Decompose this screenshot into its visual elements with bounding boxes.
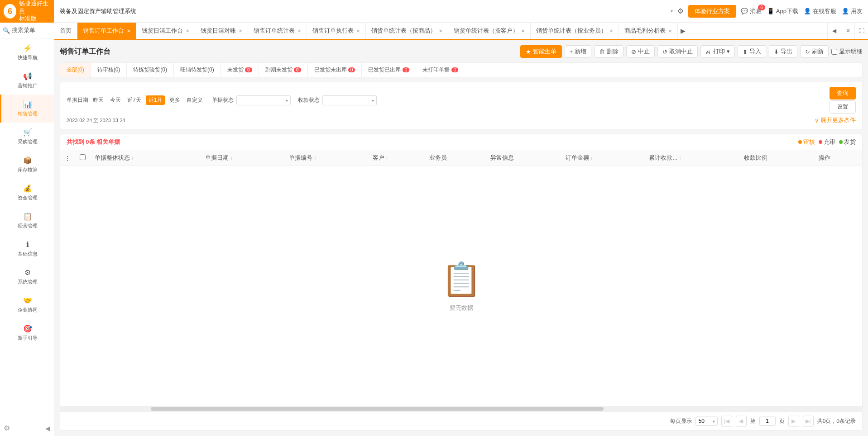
sidebar-item-purchase[interactable]: 🛒 采购管理 <box>0 123 54 151</box>
sidebar-item-marketing[interactable]: 📢 营销推广 <box>0 66 54 95</box>
purchase-icon: 🛒 <box>23 128 32 137</box>
tab-sales-stats[interactable]: 销售订单统计表 ✕ <box>248 23 307 39</box>
sidebar-item-base[interactable]: ℹ 基础信息 <box>0 235 54 263</box>
sort-customer-icon[interactable]: ↕ <box>386 156 388 161</box>
show-details-checkbox-label[interactable]: 显示明细 <box>831 47 863 56</box>
table-area: 共找到 0条 相关单据 审核 充审 发货 <box>60 134 863 431</box>
date-btn-custom[interactable]: 自定义 <box>185 95 205 105</box>
tab-close-gross-profit[interactable]: ✕ <box>668 28 672 33</box>
collapse-icon[interactable]: ◀ <box>45 425 50 432</box>
refresh-button[interactable]: ↻ 刷新 <box>800 45 829 58</box>
sidebar-item-sales[interactable]: 📊 销售管理 <box>0 95 54 123</box>
tab-sales-order-workbench[interactable]: 销售订单工作台 ✕ <box>77 23 136 39</box>
ship-action-btn[interactable]: 发货 <box>839 138 856 146</box>
date-filter: 单据日期 昨天 今天 近7天 近1月 更多 自定义 <box>67 95 205 105</box>
show-details-checkbox[interactable] <box>831 49 837 55</box>
tab-close-sales-order[interactable]: ✕ <box>127 28 130 33</box>
system-dropdown-arrow[interactable]: ▾ <box>671 9 673 14</box>
sub-tab-unprinted[interactable]: 未打印单据 0 <box>416 63 465 77</box>
sidebar-item-search[interactable]: 🔍 搜索菜单 <box>0 23 54 38</box>
sidebar-item-finance[interactable]: 💰 资金管理 <box>0 179 54 207</box>
sort-date-icon[interactable]: ↕ <box>230 156 233 161</box>
scroll-bar[interactable] <box>60 406 862 412</box>
scroll-thumb[interactable] <box>151 407 604 411</box>
sub-tab-pending-inspect[interactable]: 待拣货验货(0) <box>127 63 174 77</box>
sort-number-icon[interactable]: ↕ <box>314 156 316 161</box>
tab-close-sales-staff[interactable]: ✕ <box>609 28 613 33</box>
user-menu[interactable]: 👤 用友 <box>842 7 863 15</box>
tab-home[interactable]: 首页 <box>54 23 77 39</box>
filter-area: 单据日期 昨天 今天 近7天 近1月 更多 自定义 单据状态 <box>60 82 863 129</box>
tab-sales-goods[interactable]: 销货单统计表（按商品） ✕ <box>366 23 448 39</box>
sidebar-item-quick[interactable]: ⚡ 快捷导航 <box>0 38 54 66</box>
cancel-stop-button[interactable]: ↺ 取消中止 <box>657 45 698 58</box>
sub-tab-pending-review[interactable]: 待审核(0) <box>91 63 127 77</box>
header-settings-icon[interactable]: ⚙ <box>677 7 684 15</box>
page-number-input[interactable] <box>759 417 776 426</box>
status-select[interactable] <box>236 95 291 105</box>
tab-close-cash-reconcile[interactable]: ✕ <box>239 28 242 33</box>
tab-cash-reconcile[interactable]: 钱货日清对账 ✕ <box>195 23 248 39</box>
page-first-btn[interactable]: |◀ <box>721 416 732 427</box>
revoke-review-action-btn[interactable]: 充审 <box>819 138 835 146</box>
sidebar-item-guide[interactable]: 🎯 新手引导 <box>0 319 54 347</box>
sidebar-item-operation[interactable]: 📋 经营管理 <box>0 207 54 235</box>
tab-bar: 首页 销售订单工作台 ✕ 钱货日清工作台 ✕ 钱货日清对账 ✕ 销售订单统计表 … <box>54 23 868 40</box>
page-size-select[interactable]: 10 20 50 100 <box>695 417 718 426</box>
tab-close-sales-customer[interactable]: ✕ <box>521 28 525 33</box>
app-download-button[interactable]: 📱 App下载 <box>767 7 798 15</box>
tab-cash-daily[interactable]: 钱货日清工作台 ✕ <box>136 23 195 39</box>
sort-status-icon[interactable]: ↕ <box>131 156 134 161</box>
online-service-button[interactable]: 👤 在线客服 <box>804 7 836 15</box>
tab-scroll-right[interactable]: ▶ <box>678 27 688 34</box>
tab-close-all-btn[interactable]: ✕ <box>841 23 854 39</box>
date-btn-yesterday[interactable]: 昨天 <box>91 95 106 105</box>
page-last-btn[interactable]: ▶| <box>803 416 814 427</box>
date-quick-buttons: 昨天 今天 近7天 近1月 更多 自定义 <box>91 95 205 105</box>
tab-sales-exec[interactable]: 销售订单执行表 ✕ <box>307 23 366 39</box>
tab-close-sales-goods[interactable]: ✕ <box>439 28 442 33</box>
export-button[interactable]: ⬇ 导出 <box>769 45 797 58</box>
sub-tab-shop-pending[interactable]: 旺铺待发货(0) <box>174 63 221 77</box>
settings-bottom-icon[interactable]: ⚙ <box>4 424 10 432</box>
page-prev-btn[interactable]: ◀ <box>736 416 747 427</box>
query-button[interactable]: 查询 <box>830 87 856 100</box>
tab-sales-staff[interactable]: 销货单统计表（按业务员） ✕ <box>531 23 619 39</box>
date-btn-1month[interactable]: 近1月 <box>146 95 165 105</box>
select-all-checkbox[interactable] <box>80 154 86 160</box>
add-button[interactable]: + 新增 <box>565 45 592 58</box>
tab-close-sales-stats[interactable]: ✕ <box>297 28 301 33</box>
sub-tab-not-shipped[interactable]: 未发货 0 <box>221 63 259 77</box>
sub-tab-shipped-not-out[interactable]: 已发货未出库 0 <box>308 63 362 77</box>
sidebar-item-system[interactable]: ⚙ 系统管理 <box>0 263 54 291</box>
sub-tab-shipped-out[interactable]: 已发货已出库 0 <box>362 63 416 77</box>
delete-button[interactable]: 🗑 删除 <box>594 45 623 58</box>
date-btn-7days[interactable]: 近7天 <box>125 95 143 105</box>
sort-amount-icon[interactable]: ↕ <box>590 156 593 161</box>
tab-gross-profit[interactable]: 商品毛利分析表 ✕ <box>619 23 678 39</box>
tab-close-cash-daily[interactable]: ✕ <box>186 28 189 33</box>
message-button[interactable]: 💬 消息 6 <box>741 7 762 15</box>
date-btn-today[interactable]: 今天 <box>108 95 123 105</box>
tab-prev-btn[interactable]: ◀ <box>827 23 841 39</box>
solution-button[interactable]: 体验行业方案 <box>688 5 736 18</box>
import-button[interactable]: ⬆ 导入 <box>738 45 766 58</box>
review-action-btn[interactable]: 审核 <box>798 138 815 146</box>
page-next-btn[interactable]: ▶ <box>788 416 799 427</box>
set-button[interactable]: 设置 <box>830 100 856 114</box>
sub-tab-expired-ship[interactable]: 到期未发货 0 <box>259 63 308 77</box>
stop-button[interactable]: ⊘ 中止 <box>626 45 655 58</box>
tab-fullscreen-btn[interactable]: ⛶ <box>854 23 868 39</box>
sub-tab-all[interactable]: 全部(0) <box>60 63 91 77</box>
print-button[interactable]: 🖨 打印 ▾ <box>700 45 735 58</box>
tab-sales-customer[interactable]: 销货单统计表（按客户） ✕ <box>448 23 531 39</box>
drag-icon: ⋮ <box>65 155 71 161</box>
date-btn-more[interactable]: 更多 <box>168 95 182 105</box>
sort-cumulative-icon[interactable]: ↕ <box>679 156 681 161</box>
expand-filter-button[interactable]: ∨ 展开更多条件 <box>815 116 856 124</box>
receipt-select[interactable] <box>322 95 377 105</box>
smart-create-button[interactable]: ★ 智能生单 <box>520 45 562 58</box>
sidebar-item-inventory[interactable]: 📦 库存核算 <box>0 151 54 179</box>
tab-close-sales-exec[interactable]: ✕ <box>356 28 360 33</box>
sidebar-item-collab[interactable]: 🤝 企业协同 <box>0 291 54 319</box>
